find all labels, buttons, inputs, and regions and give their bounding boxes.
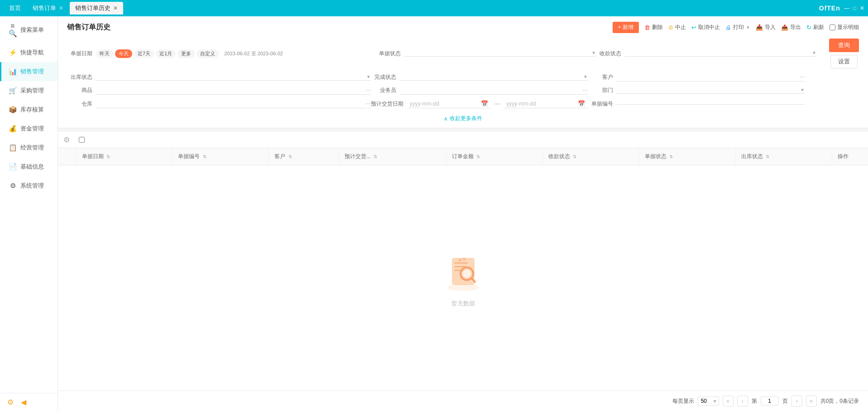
th-date[interactable]: 单据日期 ⇅ — [76, 148, 173, 165]
query-settings-col: 查询 设置 — [829, 39, 859, 68]
date-pill-7days[interactable]: 近7天 — [134, 49, 154, 58]
date-pill-1month[interactable]: 近1月 — [156, 49, 176, 58]
collapse-row[interactable]: ∧ 收起更多条件 — [67, 113, 859, 124]
stop-button[interactable]: ⊘ 中止 — [668, 24, 686, 31]
filter-order-no-control[interactable] — [617, 103, 805, 105]
table-header-row: 单据日期 ⇅ 单据编号 ⇅ 客户 ⇅ 预计交货... — [58, 148, 868, 165]
date-pill-more[interactable]: 更多 — [177, 49, 195, 58]
last-page-btn[interactable]: » — [806, 396, 817, 406]
page-size-select[interactable]: 50 10 20 100 — [698, 396, 719, 406]
tab-sales-order-history-label: 销售订单历史 — [75, 4, 110, 12]
import-button[interactable]: 📥 导入 — [756, 24, 776, 31]
maximize-btn[interactable]: □ — [853, 5, 856, 11]
filter-settings-button[interactable]: 设置 — [830, 55, 858, 68]
filter-stock-status-select[interactable]: ▼ — [96, 74, 371, 81]
th-stock-status-label: 出库状态 — [741, 153, 763, 160]
new-button[interactable]: + 新增 — [613, 22, 639, 33]
refresh-button[interactable]: ↻ 刷新 — [806, 24, 824, 31]
filter-salesperson-control: ··· — [400, 86, 588, 95]
th-order-status[interactable]: 单据状态 ⇅ — [639, 148, 735, 165]
filter-stock-status-arrow: ▼ — [366, 74, 371, 79]
export-button[interactable]: 📤 导出 — [781, 24, 801, 31]
filter-delivery-from[interactable]: yyyy-mm-dd 📅 — [407, 99, 491, 108]
sidebar-item-search-menu[interactable]: ≡🔍 搜索菜单 — [0, 16, 58, 43]
warehouse-ellipsis[interactable]: ··· — [365, 100, 371, 107]
filter-delivery-to[interactable]: yyyy-mm-dd 📅 — [504, 99, 588, 108]
tab-sales-order-close[interactable]: ✕ — [59, 5, 63, 11]
product-ellipsis[interactable]: ··· — [365, 86, 371, 93]
select-all-checkbox[interactable] — [79, 137, 85, 143]
th-action: 操作 — [832, 148, 868, 165]
th-stock-status-sort: ⇅ — [766, 154, 769, 159]
new-button-label: + 新增 — [618, 24, 633, 31]
filter-delivery-from-text: yyyy-mm-dd — [410, 101, 439, 107]
th-stock-status[interactable]: 出库状态 ⇅ — [735, 148, 832, 165]
page-number-input[interactable] — [761, 396, 779, 406]
filter-complete-status-select[interactable]: ▼ — [400, 74, 588, 81]
date-pill-yesterday[interactable]: 昨天 — [96, 49, 113, 58]
sidebar-settings-icon[interactable]: ⚙ — [7, 398, 14, 406]
first-page-btn[interactable]: « — [723, 396, 734, 406]
query-button[interactable]: 查询 — [829, 39, 859, 52]
filter-product-label: 商品 — [67, 87, 92, 94]
sidebar: ≡🔍 搜索菜单 ⚡ 快捷导航 📊 销售管理 🛒 采购管理 📦 库存核算 💰 资金… — [0, 16, 58, 411]
svg-rect-1 — [452, 258, 475, 285]
basic-info-icon: 📄 — [9, 163, 17, 171]
sidebar-item-purchase-mgmt[interactable]: 🛒 采购管理 — [0, 81, 58, 100]
th-amount-label: 订单金额 — [452, 153, 474, 160]
table-settings-icon[interactable]: ⚙ — [63, 135, 70, 144]
filter-date-dash: — — [494, 101, 500, 107]
th-no-label: 单据编号 — [178, 153, 200, 160]
th-customer[interactable]: 客户 ⇅ — [269, 148, 339, 165]
tab-home[interactable]: 首页 — [4, 2, 26, 15]
toolbar: + 新增 🗑 删除 ⊘ 中止 ↩ 取消中止 🖨 — [613, 22, 859, 33]
print-button[interactable]: 🖨 打印 ▼ — [725, 24, 750, 31]
show-detail-checkbox-group[interactable]: 显示明细 — [830, 24, 859, 31]
filter-payment-status-select[interactable]: ▼ — [625, 50, 816, 57]
export-button-label: 导出 — [790, 24, 801, 31]
th-delivery[interactable]: 预计交货... ⇅ — [339, 148, 446, 165]
filter-order-status-select[interactable]: ▼ — [404, 50, 596, 57]
sidebar-item-finance-mgmt[interactable]: 💰 资金管理 — [0, 119, 58, 138]
prev-page-btn[interactable]: ‹ — [737, 396, 748, 406]
sidebar-item-basic-info[interactable]: 📄 基础信息 — [0, 157, 58, 176]
salesperson-ellipsis[interactable]: ··· — [582, 86, 588, 93]
minimize-btn[interactable]: — — [844, 5, 849, 11]
close-btn[interactable]: ✕ — [860, 5, 864, 11]
brand-text: OfTEn — [819, 5, 840, 12]
tab-sales-order-history-close[interactable]: ✕ — [113, 5, 118, 11]
filter-dept-select[interactable]: ▼ — [617, 87, 805, 94]
tab-sales-order[interactable]: 销售订单 ✕ — [27, 2, 69, 15]
sidebar-item-quick-nav[interactable]: ⚡ 快捷导航 — [0, 43, 58, 62]
stop-icon: ⊘ — [668, 24, 673, 31]
purchase-mgmt-icon: 🛒 — [9, 87, 17, 95]
filter-dept-label: 部门 — [588, 87, 613, 94]
th-payment-status[interactable]: 收款状态 ⇅ — [542, 148, 639, 165]
customer-ellipsis[interactable]: ··· — [799, 73, 805, 80]
show-detail-checkbox[interactable] — [830, 24, 835, 30]
calendar-from-icon: 📅 — [481, 100, 488, 107]
filter-order-no-item: 单据编号 — [588, 100, 859, 108]
tab-sales-order-history[interactable]: 销售订单历史 ✕ — [70, 2, 123, 15]
delete-button[interactable]: 🗑 删除 — [644, 24, 663, 31]
cancel-stop-button[interactable]: ↩ 取消中止 — [691, 24, 720, 31]
finance-mgmt-icon: 💰 — [9, 125, 17, 133]
date-pill-today[interactable]: 今天 — [115, 49, 132, 58]
sidebar-item-operations-mgmt[interactable]: 📋 经营管理 — [0, 138, 58, 157]
filter-area: 单据日期 昨天 今天 近7天 近1月 更多 自定义 2023-06-02 至 2… — [67, 39, 859, 128]
th-amount[interactable]: 订单金额 ⇅ — [446, 148, 542, 165]
sidebar-collapse-icon[interactable]: ◀ — [21, 398, 26, 406]
date-pill-custom[interactable]: 自定义 — [197, 49, 219, 58]
sidebar-item-sales-mgmt[interactable]: 📊 销售管理 — [0, 62, 58, 81]
sidebar-item-inventory-calc[interactable]: 📦 库存核算 — [0, 100, 58, 119]
sidebar-item-sys-mgmt[interactable]: ⚙ 系统管理 — [0, 176, 58, 195]
print-dropdown-icon[interactable]: ▼ — [746, 25, 750, 30]
th-payment-status-sort: ⇅ — [573, 154, 576, 159]
th-amount-sort: ⇅ — [476, 154, 480, 159]
next-page-btn[interactable]: › — [791, 396, 802, 406]
filter-customer-item: 客户 ··· — [588, 73, 859, 82]
filter-delivery-date-item: 预计交货日期 yyyy-mm-dd 📅 — yyyy-mm-dd 📅 — [371, 99, 588, 108]
tab-list: 首页 销售订单 ✕ 销售订单历史 ✕ — [4, 2, 819, 15]
th-no[interactable]: 单据编号 ⇅ — [173, 148, 269, 165]
filter-delivery-date-label: 预计交货日期 — [371, 100, 403, 108]
